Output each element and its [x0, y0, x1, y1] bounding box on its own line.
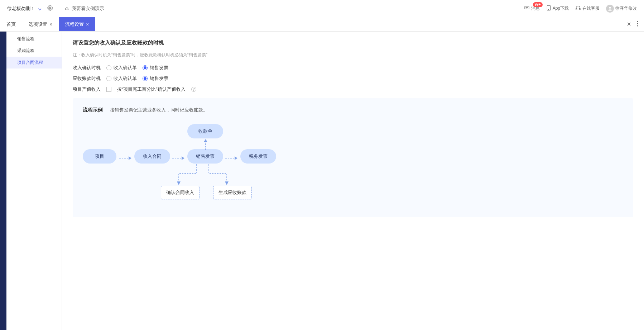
- close-icon[interactable]: ×: [49, 22, 52, 27]
- flow-title: 流程示例: [83, 107, 103, 113]
- content-area: 请设置您的收入确认及应收账款的时机 注：收入确认时机为“销售发票”时，应收账款确…: [62, 32, 644, 330]
- row-income-label: 收入确认时机: [73, 65, 101, 71]
- radio-label: 收入确认单: [114, 65, 137, 71]
- svg-point-6: [609, 7, 611, 9]
- radio-label: 收入确认单: [114, 75, 137, 82]
- arrow-icon: [225, 156, 237, 161]
- node-confirm-contract-income: 确认合同收入: [161, 186, 200, 199]
- company-selector[interactable]: 徐老板勿删！: [7, 5, 42, 12]
- flow-description: 按销售发票记主营业务收入，同时记应收账款。: [110, 107, 208, 113]
- node-project: 项目: [83, 149, 116, 164]
- row-receivable: 应收账款时机 收入确认单 销售发票: [73, 75, 633, 82]
- demo-link[interactable]: 我要看实例演示: [64, 5, 104, 12]
- flow-diagram: 项目 收入合同 销售发票 税务发票 收款单: [83, 124, 623, 203]
- tabs-right-controls: ×: [623, 17, 644, 31]
- user-name-label: 徐泽华修改: [615, 5, 637, 11]
- help-icon[interactable]: ?: [191, 87, 196, 92]
- sidebar-item-project-contract[interactable]: 项目合同流程: [6, 57, 62, 68]
- main-layout: 销售流程 采购流程 项目合同流程 请设置您的收入确认及应收账款的时机 注：收入确…: [0, 32, 644, 330]
- dashed-arrow-icon: [208, 164, 230, 185]
- tabs-bar: 首页 选项设置 × 流程设置 × ×: [0, 17, 644, 32]
- phone-icon: [546, 5, 551, 12]
- node-receipt: 收款单: [187, 124, 223, 138]
- radio-receivable-confirm-order[interactable]: 收入确认单: [106, 75, 137, 82]
- user-menu[interactable]: 徐泽华修改: [606, 5, 637, 13]
- top-right-actions: 消息 99+ App下载 在线客服 徐泽华修改: [524, 5, 637, 13]
- note-text: 注：收入确认时机为“销售发票”时，应收账款确认时机必须为“销售发票”: [73, 52, 633, 58]
- radio-label: 销售发票: [150, 65, 168, 71]
- left-edge-bar: [0, 32, 6, 330]
- cloud-icon: [64, 6, 69, 11]
- messages-button[interactable]: 消息 99+: [524, 5, 540, 12]
- svg-point-0: [49, 7, 51, 9]
- svg-point-3: [548, 9, 549, 10]
- checkbox-label: 按“项目完工百分比”确认产值收入: [117, 86, 186, 93]
- support-button[interactable]: 在线客服: [575, 5, 600, 12]
- sidebar: 销售流程 采购流程 项目合同流程: [6, 32, 62, 330]
- headset-icon: [575, 5, 581, 12]
- radio-receivable-sales-invoice[interactable]: 销售发票: [143, 75, 168, 82]
- top-toolbar: 徐老板勿删！ 我要看实例演示 消息 99+ App下载: [0, 0, 644, 17]
- arrow-icon: [172, 156, 184, 161]
- checkbox-project-percent[interactable]: [106, 87, 111, 92]
- row-receivable-label: 应收账款时机: [73, 75, 101, 82]
- company-name: 徐老板勿删！: [7, 5, 35, 12]
- flow-example-panel: 流程示例 按销售发票记主营业务收入，同时记应收账款。 项目 收入合同 销售发票 …: [73, 98, 633, 217]
- tab-flow-settings[interactable]: 流程设置 ×: [59, 17, 95, 31]
- node-sales-invoice: 销售发票: [187, 149, 223, 164]
- tab-options-label: 选项设置: [29, 21, 47, 28]
- radio-icon: [143, 76, 148, 81]
- radio-icon: [106, 76, 111, 81]
- gear-icon[interactable]: [47, 5, 53, 12]
- radio-income-confirm-order[interactable]: 收入确认单: [106, 65, 137, 71]
- tab-home[interactable]: 首页: [0, 17, 22, 31]
- dashed-arrow-icon: [176, 164, 197, 185]
- radio-income-sales-invoice[interactable]: 销售发票: [143, 65, 168, 71]
- sidebar-item-sales[interactable]: 销售流程: [6, 33, 62, 45]
- messages-badge: 99+: [533, 2, 543, 7]
- node-tax-invoice: 税务发票: [240, 149, 276, 164]
- arrow-up-icon: [203, 139, 208, 150]
- row-project-value-label: 项目产值收入: [73, 86, 101, 93]
- svg-point-7: [637, 21, 638, 22]
- more-icon[interactable]: [635, 21, 640, 28]
- tab-home-label: 首页: [6, 21, 16, 28]
- close-all-tabs-icon[interactable]: ×: [623, 20, 635, 28]
- svg-point-9: [637, 25, 638, 27]
- flow-header: 流程示例 按销售发票记主营业务收入，同时记应收账款。: [83, 107, 623, 113]
- radio-icon: [106, 65, 111, 70]
- app-download-button[interactable]: App下载: [546, 5, 569, 12]
- svg-point-8: [637, 23, 638, 24]
- app-download-label: App下载: [553, 5, 569, 11]
- page-title: 请设置您的收入确认及应收账款的时机: [73, 39, 633, 46]
- tab-flow-label: 流程设置: [65, 21, 84, 28]
- node-generate-receivable: 生成应收账款: [213, 186, 252, 199]
- arrow-icon: [119, 156, 131, 161]
- close-icon[interactable]: ×: [86, 22, 89, 27]
- radio-icon: [143, 65, 148, 70]
- message-icon: [524, 5, 530, 12]
- radio-label: 销售发票: [150, 75, 168, 82]
- row-income-confirm: 收入确认时机 收入确认单 销售发票: [73, 65, 633, 71]
- svg-rect-4: [576, 8, 577, 10]
- tab-options[interactable]: 选项设置 ×: [22, 17, 59, 31]
- node-income-contract: 收入合同: [134, 149, 170, 164]
- svg-rect-5: [579, 8, 580, 10]
- support-label: 在线客服: [582, 5, 600, 11]
- row-project-value: 项目产值收入 按“项目完工百分比”确认产值收入 ?: [73, 86, 633, 93]
- svg-rect-1: [525, 6, 529, 9]
- sidebar-item-purchase[interactable]: 采购流程: [6, 45, 62, 57]
- demo-link-label: 我要看实例演示: [72, 5, 104, 12]
- chevron-down-icon: [38, 7, 42, 10]
- avatar-icon: [606, 5, 614, 13]
